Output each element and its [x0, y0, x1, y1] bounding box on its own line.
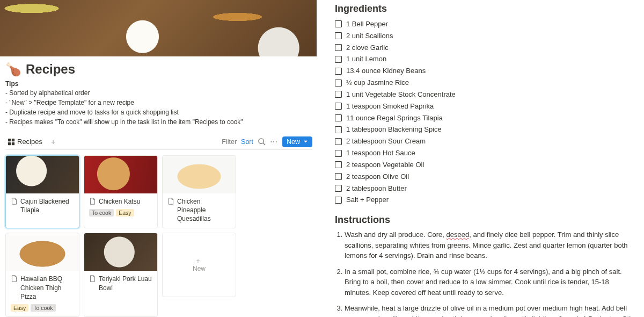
checkbox[interactable] [335, 56, 342, 63]
db-view-tab[interactable]: Recipes [5, 136, 45, 147]
checkbox[interactable] [335, 126, 342, 133]
more-icon[interactable]: ⋯ [270, 138, 278, 146]
card-thumbnail [6, 233, 79, 271]
svg-rect-3 [12, 142, 14, 145]
page-icon [167, 198, 174, 205]
left-pane: 🍗 Recipes Tips Sorted by alphabetical or… [0, 0, 317, 317]
card-title: Chicken Pineapple Quesadillas [177, 197, 231, 224]
ingredient-item: Salt + Pepper [335, 194, 636, 206]
ingredient-item: 2 unit Scallions [335, 30, 636, 42]
svg-rect-0 [8, 139, 11, 141]
card-tag: Easy [11, 304, 28, 312]
card-thumbnail [6, 156, 79, 193]
ingredient-text: 2 teaspoon Olive Oil [346, 171, 409, 183]
detail-pane: Ingredients 1 Bell Pepper2 unit Scallion… [317, 0, 644, 317]
sort-button[interactable]: Sort [241, 138, 253, 146]
card-title-row: Teriyaki Pork Luau Bowl [89, 275, 152, 292]
svg-point-4 [259, 139, 264, 143]
gallery-icon [8, 138, 15, 146]
ingredient-text: 2 clove Garlic [346, 42, 389, 54]
card-thumbnail [84, 233, 157, 271]
ingredient-item: 2 tablespoon Sour Cream [335, 135, 636, 147]
instruction-step: Wash and dry all produce. Core, deseed, … [345, 229, 636, 261]
instructions-list: Wash and dry all produce. Core, deseed, … [335, 229, 636, 317]
page-title[interactable]: Recipes [26, 62, 75, 77]
ingredient-item: ½ cup Jasmine Rice [335, 77, 636, 89]
ingredient-text: 1 tablespoon Blackening Spice [346, 124, 442, 135]
ingredient-item: 1 teaspoon Hot Sauce [335, 147, 636, 159]
instructions-heading: Instructions [335, 214, 636, 226]
db-toolbar: Recipes + Filter Sort ⋯ New [5, 136, 312, 150]
ingredient-text: 1 teaspoon Hot Sauce [346, 147, 415, 159]
page-icon [11, 198, 18, 205]
gallery-card[interactable]: Hawaiian BBQ Chicken Thigh PizzaEasyTo c… [5, 233, 79, 317]
checkbox[interactable] [335, 161, 342, 168]
gallery-card[interactable]: Cajun Blackened Tilapia [5, 155, 79, 229]
new-card-button[interactable]: +New [162, 233, 236, 297]
plus-icon: + [196, 257, 200, 265]
checkbox[interactable] [335, 150, 342, 157]
ingredient-item: 1 Bell Pepper [335, 18, 636, 30]
gallery-card[interactable]: Teriyaki Pork Luau Bowl [84, 233, 158, 317]
checkbox[interactable] [335, 173, 342, 180]
ingredient-item: 2 teaspoon Vegetable Oil [335, 159, 636, 171]
card-tag: To cook [89, 209, 114, 217]
tip-line: Sorted by alphabetical order [5, 88, 312, 98]
checkbox[interactable] [335, 80, 342, 87]
checkbox[interactable] [335, 138, 342, 145]
checkbox[interactable] [335, 103, 342, 110]
ingredient-text: 11 ounce Regal Springs Tilapia [346, 112, 443, 124]
checkbox[interactable] [335, 20, 342, 27]
page-icon [11, 275, 18, 282]
ingredient-text: 2 unit Scallions [346, 30, 393, 42]
card-tag: Easy [116, 209, 134, 217]
ingredient-text: 2 teaspoon Vegetable Oil [346, 159, 424, 171]
instruction-step: In a small pot, combine rice, ¾ cup wate… [345, 266, 636, 298]
add-view-button[interactable]: + [49, 138, 57, 146]
ingredient-item: 2 tablespoon Butter [335, 183, 636, 194]
card-thumbnail [84, 156, 157, 193]
checkbox[interactable] [335, 68, 342, 75]
card-title-row: Chicken Katsu [89, 197, 152, 206]
tip-line: "New" > "Recipe Template" for a new reci… [5, 98, 312, 107]
ingredient-text: 1 unit Vegetable Stock Concentrate [346, 89, 456, 100]
checkbox[interactable] [335, 185, 342, 192]
checkbox[interactable] [335, 91, 342, 98]
gallery-card[interactable]: Chicken KatsuTo cookEasy [84, 155, 158, 229]
page-emoji[interactable]: 🍗 [5, 62, 21, 77]
ingredient-text: 1 Bell Pepper [346, 18, 388, 30]
checkbox[interactable] [335, 114, 342, 121]
page-icon [89, 198, 96, 205]
ingredient-item: 13.4 ounce Kidney Beans [335, 65, 636, 77]
search-icon[interactable] [258, 138, 266, 146]
ingredient-item: 11 ounce Regal Springs Tilapia [335, 112, 636, 124]
checkbox[interactable] [335, 44, 342, 51]
gallery-card[interactable]: Chicken Pineapple Quesadillas [162, 155, 236, 229]
gallery: Cajun Blackened TilapiaChicken KatsuTo c… [5, 155, 312, 317]
svg-rect-1 [12, 139, 14, 141]
ingredient-text: 1 teaspoon Smoked Paprika [346, 100, 434, 112]
checkbox[interactable] [335, 197, 342, 204]
card-title: Cajun Blackened Tilapia [20, 197, 74, 214]
page-title-row: 🍗 Recipes [5, 62, 312, 77]
ingredient-text: 13.4 ounce Kidney Beans [346, 65, 426, 77]
card-tag: To cook [31, 304, 55, 312]
ingredient-item: 1 tablespoon Blackening Spice [335, 124, 636, 135]
ingredients-heading: Ingredients [335, 3, 636, 15]
filter-button[interactable]: Filter [222, 138, 237, 146]
new-card-label: New [193, 265, 206, 272]
new-button[interactable]: New [282, 136, 312, 147]
page-icon [89, 275, 96, 282]
card-title-row: Chicken Pineapple Quesadillas [167, 197, 231, 224]
card-title: Hawaiian BBQ Chicken Thigh Pizza [20, 275, 74, 301]
tips-heading: Tips [5, 80, 312, 88]
ingredient-item: 1 teaspoon Smoked Paprika [335, 100, 636, 112]
tip-line: Duplicate recipe and move to tasks for a… [5, 107, 312, 117]
instruction-step: Meanwhile, heat a large drizzle of olive… [345, 303, 636, 317]
ingredient-text: 1 unit Lemon [346, 53, 386, 65]
chevron-down-icon [303, 139, 308, 144]
cover-image[interactable] [0, 0, 317, 56]
svg-rect-2 [8, 142, 11, 145]
checkbox[interactable] [335, 32, 342, 39]
ingredient-item: 2 clove Garlic [335, 42, 636, 54]
